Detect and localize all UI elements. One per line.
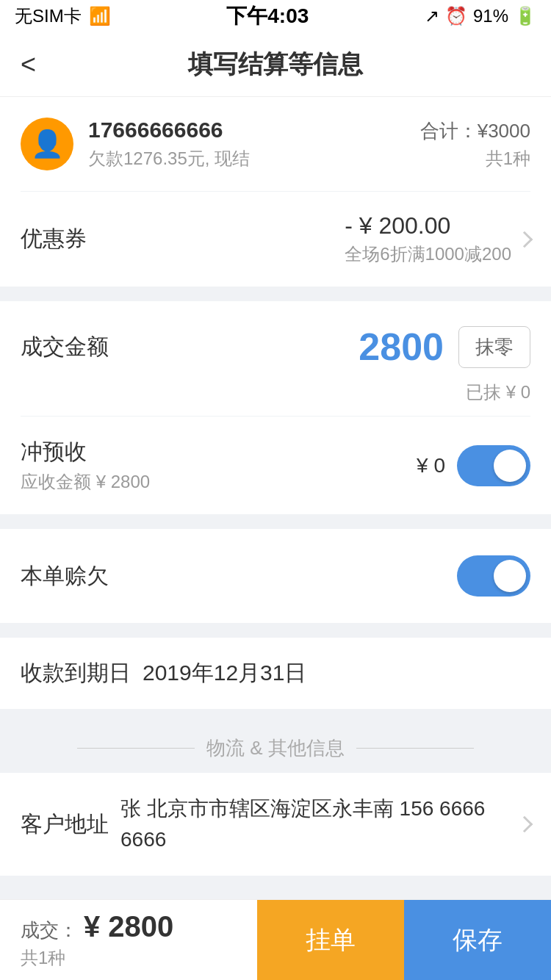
user-info-section: 👤 17666666666 欠款1276.35元, 现结 合计：¥3000 共1… [0, 97, 551, 192]
section-gap-4 [0, 709, 551, 724]
section-gap-3 [0, 623, 551, 638]
battery-label: 91% [473, 6, 508, 26]
amount-label: 成交金额 [21, 332, 109, 362]
prepayment-left: 冲预收 应收金额 ¥ 2800 [21, 437, 150, 494]
bottom-summary: 成交： ¥ 2800 共1种 [0, 910, 257, 970]
bottom-bar: 成交： ¥ 2800 共1种 挂单 保存 [0, 899, 551, 980]
coupon-right: - ¥ 200.00 全场6折满1000减200 [345, 212, 530, 266]
amount-row: 成交金额 2800 抹零 [21, 301, 530, 381]
user-left: 👤 17666666666 欠款1276.35元, 现结 [21, 118, 250, 170]
section-gap-1 [0, 287, 551, 301]
save-button[interactable]: 保存 [404, 900, 551, 981]
due-row: 收款到期日 2019年12月31日 [21, 638, 530, 709]
alarm-icon: ⏰ [445, 6, 467, 26]
prepayment-info: 应收金额 ¥ 2800 [21, 470, 150, 494]
due-value: 2019年12月31日 [143, 658, 306, 688]
divider-line-left [77, 748, 195, 749]
debt-toggle[interactable] [457, 555, 530, 597]
prepayment-amount: ¥ 0 [417, 454, 445, 478]
status-right: ↗ ⏰ 91% 🔋 [425, 6, 536, 26]
bottom-deal-amount: ¥ 2800 [84, 910, 173, 943]
page-title: 填写结算等信息 [188, 48, 363, 82]
user-right: 合计：¥3000 共1种 [420, 118, 530, 170]
back-button[interactable]: < [21, 49, 36, 80]
status-bar: 无SIM卡 📶 下午4:03 ↗ ⏰ 91% 🔋 [0, 0, 551, 32]
coupon-row[interactable]: 优惠券 - ¥ 200.00 全场6折满1000减200 [21, 192, 530, 287]
address-chevron-icon [516, 816, 533, 833]
bottom-deal-label: 成交： [21, 918, 78, 943]
coupon-label: 优惠券 [21, 224, 87, 254]
prepayment-right: ¥ 0 [417, 445, 530, 486]
battery-icon: 🔋 [514, 6, 536, 26]
carrier-label: 无SIM卡 [15, 4, 82, 28]
coupon-section[interactable]: 优惠券 - ¥ 200.00 全场6折满1000减200 [0, 192, 551, 287]
bottom-count: 共1种 [21, 946, 237, 970]
status-time: 下午4:03 [226, 2, 309, 30]
nav-bar: < 填写结算等信息 [0, 32, 551, 97]
bottom-deal: 成交： ¥ 2800 [21, 910, 237, 943]
debt-label: 本单赊欠 [21, 561, 109, 591]
debt-section: 本单赊欠 [0, 529, 551, 623]
location-icon: ↗ [425, 6, 439, 26]
divider-label: 物流 & 其他信息 [0, 724, 551, 773]
wifi-icon: 📶 [89, 6, 111, 26]
divider-text: 物流 & 其他信息 [206, 735, 345, 761]
divider-line-right [356, 748, 474, 749]
chevron-right-icon [516, 231, 533, 248]
coupon-amount: - ¥ 200.00 [345, 212, 511, 239]
round-button[interactable]: 抹零 [458, 326, 530, 368]
prepayment-toggle[interactable] [457, 445, 530, 486]
amount-right: 2800 抹零 [359, 325, 530, 369]
user-details: 17666666666 欠款1276.35元, 现结 [88, 118, 250, 170]
hang-button[interactable]: 挂单 [257, 900, 404, 981]
user-debt: 欠款1276.35元, 现结 [88, 147, 250, 170]
already-rounded: 已抹 ¥ 0 [21, 381, 530, 416]
total-label: 合计：¥3000 [420, 118, 530, 144]
debt-row: 本单赊欠 [21, 529, 530, 623]
address-value: 张 北京市市辖区海淀区永丰南 156 6666 6666 [120, 793, 519, 855]
avatar: 👤 [21, 118, 73, 170]
user-phone: 17666666666 [88, 118, 250, 143]
due-label: 收款到期日 [21, 658, 131, 688]
section-gap-2 [0, 514, 551, 529]
address-row[interactable]: 客户地址 张 北京市市辖区海淀区永丰南 156 6666 6666 [21, 773, 530, 876]
total-count: 共1种 [420, 147, 530, 170]
transaction-section: 成交金额 2800 抹零 已抹 ¥ 0 冲预收 应收金额 ¥ 2800 ¥ 0 [0, 301, 551, 514]
prepayment-label: 冲预收 [21, 437, 150, 467]
address-section[interactable]: 客户地址 张 北京市市辖区海淀区永丰南 156 6666 6666 [0, 773, 551, 876]
coupon-detail: 全场6折满1000减200 [345, 242, 511, 266]
amount-value: 2800 [359, 325, 444, 369]
status-left: 无SIM卡 📶 [15, 4, 111, 28]
due-date-section: 收款到期日 2019年12月31日 [0, 638, 551, 709]
coupon-info: - ¥ 200.00 全场6折满1000减200 [345, 212, 511, 266]
prepayment-row: 冲预收 应收金额 ¥ 2800 ¥ 0 [21, 416, 530, 514]
user-row: 👤 17666666666 欠款1276.35元, 现结 合计：¥3000 共1… [21, 97, 530, 192]
address-label: 客户地址 [21, 810, 109, 840]
